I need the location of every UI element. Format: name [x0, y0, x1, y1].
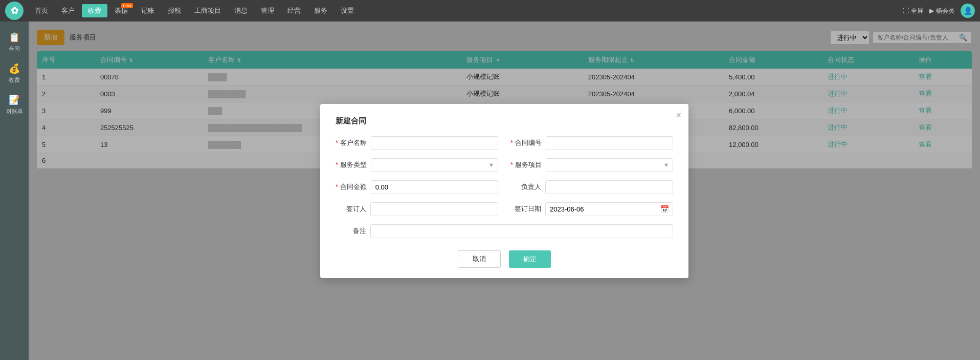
nav-home[interactable]: 首页 [29, 4, 54, 17]
service-item-select[interactable] [546, 158, 673, 172]
note-label: 备注 [336, 226, 366, 236]
form-row-responsible: 负责人 [510, 180, 673, 194]
customer-name-input[interactable] [371, 136, 498, 150]
confirm-button[interactable]: 确定 [509, 250, 551, 268]
top-navigation: ✿ 首页 客户 收费 票据 new 记账 报税 工商项目 消息 管理 经营 服务… [0, 0, 980, 22]
service-type-select-wrap: ▼ [371, 158, 498, 172]
form-row-service-type: 服务类型 ▼ [336, 158, 498, 172]
sidebar-item-reconciliation-label: 对账单 [6, 108, 23, 115]
contract-icon: 📋 [9, 32, 20, 43]
nav-items: 首页 客户 收费 票据 new 记账 报税 工商项目 消息 管理 经营 服务 设… [29, 4, 903, 17]
customer-name-label: 客户名称 [336, 138, 367, 147]
main-layout: 📋 合同 💰 收费 📝 对账单 新增 服务项目 进行中 已结束 全部 [0, 22, 980, 360]
cancel-button[interactable]: 取消 [458, 250, 501, 268]
sidebar-item-reconciliation[interactable]: 📝 对账单 [0, 89, 29, 120]
new-badge: new [121, 3, 133, 8]
signer-label: 签订人 [336, 204, 366, 214]
modal-overlay: × 新建合同 客户名称 合同编号 服务类型 [29, 22, 980, 360]
responsible-label: 负责人 [510, 182, 541, 192]
nav-billing[interactable]: 收费 [82, 4, 107, 17]
sign-date-input[interactable] [545, 202, 673, 216]
nav-bookkeeping[interactable]: 记账 [135, 4, 161, 17]
modal-form: 客户名称 合同编号 服务类型 ▼ [336, 136, 673, 238]
form-row-amount: 合同金额 [336, 180, 498, 194]
form-row-customer-name: 客户名称 [336, 136, 498, 150]
service-item-label: 服务项目 [510, 160, 542, 170]
form-row-note: 备注 [336, 224, 673, 238]
reconciliation-icon: 📝 [9, 94, 20, 105]
fullscreen-icon: ⛶ [903, 7, 909, 14]
responsible-input[interactable] [545, 180, 673, 194]
form-row-service-item: 服务项目 ▼ [510, 158, 673, 172]
app-logo[interactable]: ✿ [5, 2, 24, 20]
form-row-contract-no: 合同编号 [510, 136, 673, 150]
service-item-select-wrap: ▼ [546, 158, 673, 172]
play-icon: ▶ [929, 7, 934, 14]
user-avatar[interactable]: 👤 [961, 4, 975, 18]
contract-no-input[interactable] [546, 136, 673, 150]
sign-date-label: 签订日期 [510, 204, 541, 214]
service-type-label: 服务类型 [336, 160, 367, 170]
avatar-icon: 👤 [964, 7, 972, 15]
sidebar-item-billing-label: 收费 [9, 76, 20, 84]
modal-close-button[interactable]: × [676, 110, 681, 121]
contract-no-label: 合同编号 [510, 138, 542, 147]
contract-amount-input[interactable] [371, 180, 498, 194]
nav-message[interactable]: 消息 [228, 4, 254, 17]
nav-customer[interactable]: 客户 [55, 4, 81, 17]
sidebar: 📋 合同 💰 收费 📝 对账单 [0, 22, 29, 360]
contract-amount-label: 合同金额 [336, 182, 367, 192]
sidebar-item-contract[interactable]: 📋 合同 [0, 27, 29, 58]
signer-input[interactable] [370, 202, 498, 216]
nav-operation[interactable]: 经营 [281, 4, 307, 17]
nav-business[interactable]: 工商项目 [188, 4, 227, 17]
fullscreen-button[interactable]: ⛶ 全屏 [903, 7, 923, 15]
form-row-signer: 签订人 [336, 202, 498, 216]
nav-settings[interactable]: 设置 [335, 4, 360, 17]
topnav-right: ⛶ 全屏 ▶ 畅会员 👤 [903, 4, 975, 18]
note-input[interactable] [370, 224, 673, 238]
nav-manage[interactable]: 管理 [255, 4, 280, 17]
nav-tax[interactable]: 报税 [162, 4, 187, 17]
sidebar-item-contract-label: 合同 [9, 45, 20, 53]
content-area: 新增 服务项目 进行中 已结束 全部 🔍 序号 合 [29, 22, 980, 360]
form-row-sign-date: 签订日期 📅 [510, 202, 673, 216]
sidebar-item-billing[interactable]: 💰 收费 [0, 58, 29, 89]
modal-footer: 取消 确定 [336, 250, 673, 268]
new-contract-modal: × 新建合同 客户名称 合同编号 服务类型 [320, 104, 688, 278]
sign-date-wrap: 📅 [545, 202, 673, 216]
nav-service[interactable]: 服务 [308, 4, 333, 17]
member-button[interactable]: ▶ 畅会员 [929, 7, 954, 15]
modal-title: 新建合同 [336, 116, 673, 126]
service-type-select[interactable] [371, 158, 498, 172]
nav-invoice[interactable]: 票据 new [108, 4, 134, 17]
billing-icon: 💰 [9, 63, 20, 74]
